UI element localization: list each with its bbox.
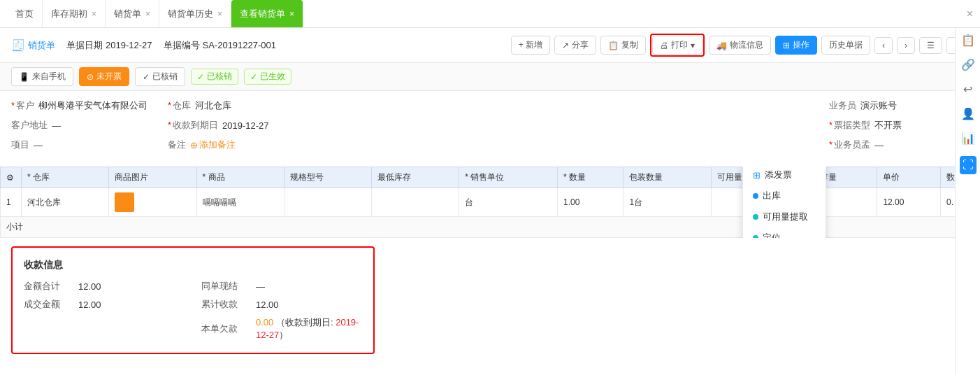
locate-item[interactable]: 定位 xyxy=(743,227,826,238)
row-product: 嗝嗝嗝嗝 xyxy=(196,188,284,217)
operate-dropdown: ⊞ 添发票 出库 可用量提取 定位 刷新 xyxy=(742,167,826,238)
doc-meta: 单据日期 2019-12-27 单据编号 SA-20191227-001 xyxy=(66,39,276,52)
copy-button[interactable]: 📋 复制 xyxy=(600,36,646,55)
truck-icon: 🚚 xyxy=(716,41,727,50)
history-button[interactable]: 历史单据 xyxy=(821,36,870,55)
total-row: 金额合计 12.00 xyxy=(24,280,185,293)
price-col-header: 单价 xyxy=(877,167,941,188)
deal-label: 成交金额 xyxy=(24,298,73,311)
total-label: 金额合计 xyxy=(24,280,73,293)
teal-dot-icon xyxy=(753,214,758,220)
settings-col-header: ⚙ xyxy=(1,167,22,188)
tab-sales-history[interactable]: 销货单历史 × xyxy=(159,0,231,27)
sales-order-icon: 🧾 xyxy=(11,38,25,52)
grid-view-button[interactable]: ☰ xyxy=(919,37,942,54)
window-close-icon[interactable]: × xyxy=(967,8,973,20)
row-pack-qty: 1台 xyxy=(624,188,711,217)
add-invoice-item[interactable]: ⊞ 添发票 xyxy=(743,167,826,185)
blue-dot-icon xyxy=(753,193,758,199)
project-field: 项目 — xyxy=(11,139,151,151)
subtotal-row: 小计 xyxy=(1,217,980,238)
print-button[interactable]: 🖨 打印 ▾ xyxy=(652,36,702,55)
share-icon: ↗ xyxy=(562,41,569,50)
pack-qty-col-header: 包装数量 xyxy=(624,167,711,188)
row-qty: 1.00 xyxy=(558,188,624,217)
close-icon[interactable]: × xyxy=(92,9,96,19)
verify-button[interactable]: ✓ 已核销 xyxy=(135,67,185,86)
logistics-button[interactable]: 🚚 物流信息 xyxy=(709,36,771,55)
same-order-value: — xyxy=(256,281,265,292)
product-col-header: * 商品 xyxy=(196,167,284,188)
panel-icon-1[interactable]: 📋 xyxy=(961,34,975,47)
right-panel: 📋 🔗 ↩ 👤 📊 ⛶ xyxy=(955,28,980,373)
payment-box: 收款信息 金额合计 12.00 同单现结 — 成交金额 12.00 累计收款 1… xyxy=(11,246,375,354)
data-table: ⚙ * 仓库 商品图片 * 商品 规格型号 最低库存 * 销售单位 * 数量 包… xyxy=(0,167,980,238)
not-invoiced-button[interactable]: ⊙ 未开票 xyxy=(79,67,129,86)
print-dropdown-icon: ▾ xyxy=(691,41,695,50)
total-value: 12.00 xyxy=(78,281,101,292)
tab-view-sales[interactable]: 查看销货单 × xyxy=(231,0,303,27)
sales-value: — xyxy=(874,140,884,150)
payment-title: 收款信息 xyxy=(24,259,362,272)
qty-col-header: * 数量 xyxy=(558,167,624,188)
employee-label: 业务员 xyxy=(829,99,856,112)
note-field: 备注 ⊕ 添加备注 xyxy=(168,139,308,151)
spec-col-header: 规格型号 xyxy=(284,167,371,188)
debt-row: 本单欠款 0.00 （收款到期日: 2019-12-27） xyxy=(201,316,362,342)
row-spec xyxy=(284,188,371,217)
tab-sales[interactable]: 销货单 × xyxy=(106,0,159,27)
form-section: 客户 柳州粤港平安气体有限公司 仓库 河北仓库 业务员 演示账号 客户地址 — … xyxy=(0,91,980,167)
avail-qty-item[interactable]: 可用量提取 xyxy=(743,206,826,227)
doc-type-badge: 🧾 销货单 xyxy=(11,38,55,52)
panel-icon-3[interactable]: ↩ xyxy=(963,83,972,96)
customer-value: 柳州粤港平安气体有限公司 xyxy=(38,99,147,112)
check-circle-icon: ✓ xyxy=(197,72,204,82)
check-circle-icon: ✓ xyxy=(250,72,257,82)
operate-icon: ⊞ xyxy=(783,41,790,50)
min-stock-col-header: 最低库存 xyxy=(372,167,459,188)
close-icon[interactable]: × xyxy=(145,9,150,19)
from-phone-button[interactable]: 📱 来自手机 xyxy=(11,67,73,86)
table-row: 1 河北仓库 嗝嗝嗝嗝 台 1.00 1台 12.00 0. xyxy=(1,188,980,217)
add-note-button[interactable]: ⊕ 添加备注 xyxy=(190,139,236,151)
panel-icon-4[interactable]: 👤 xyxy=(961,107,975,120)
note-label: 备注 xyxy=(168,139,186,151)
check-icon: ✓ xyxy=(143,72,150,82)
outbound-item[interactable]: 出库 xyxy=(743,185,826,206)
new-button[interactable]: + 新增 xyxy=(511,36,550,55)
table-container: ⚙ * 仓库 商品图片 * 商品 规格型号 最低库存 * 销售单位 * 数量 包… xyxy=(0,167,980,238)
print-icon: 🖨 xyxy=(660,41,668,50)
close-icon[interactable]: × xyxy=(289,9,294,19)
product-image xyxy=(115,192,134,212)
next-button[interactable]: › xyxy=(897,37,915,54)
row-price: 12.00 xyxy=(877,188,941,217)
invoice-type-value: 不开票 xyxy=(874,119,902,132)
subtotal-label: 小计 xyxy=(1,217,980,238)
warehouse-col-header: * 仓库 xyxy=(22,167,109,188)
date-label: 单据日期 2019-12-27 xyxy=(66,39,152,52)
warehouse-label: 仓库 xyxy=(168,99,191,112)
row-unit: 台 xyxy=(459,188,558,217)
image-col-header: 商品图片 xyxy=(109,167,196,188)
panel-icon-2[interactable]: 🔗 xyxy=(961,58,975,71)
print-highlight-box: 🖨 打印 ▾ xyxy=(650,34,705,57)
share-button[interactable]: ↗ 分享 xyxy=(554,36,596,55)
row-min-stock xyxy=(372,188,459,217)
plus-icon: ⊕ xyxy=(190,140,198,150)
deal-value: 12.00 xyxy=(78,300,101,310)
prev-button[interactable]: ‹ xyxy=(874,37,893,54)
row-no: 1 xyxy=(1,188,22,217)
grid-icon: ⊞ xyxy=(753,170,761,181)
phone-icon: 📱 xyxy=(19,72,29,82)
tab-inventory[interactable]: 库存期初 × xyxy=(43,0,106,27)
payment-date-field: 收款到期日 2019-12-27 xyxy=(168,119,308,132)
doc-title-area: 🧾 销货单 单据日期 2019-12-27 单据编号 SA-20191227-0… xyxy=(11,38,276,52)
unit-col-header: * 销售单位 xyxy=(459,167,558,188)
tab-home[interactable]: 首页 xyxy=(7,0,43,27)
doc-type-label: 销货单 xyxy=(28,39,55,52)
close-icon[interactable]: × xyxy=(217,9,222,19)
panel-icon-expand[interactable]: ⛶ xyxy=(960,156,977,174)
invoice-type-label: 票据类型 xyxy=(829,119,870,132)
operate-button[interactable]: ⊞ 操作 xyxy=(775,36,817,55)
panel-icon-5[interactable]: 📊 xyxy=(961,132,975,145)
